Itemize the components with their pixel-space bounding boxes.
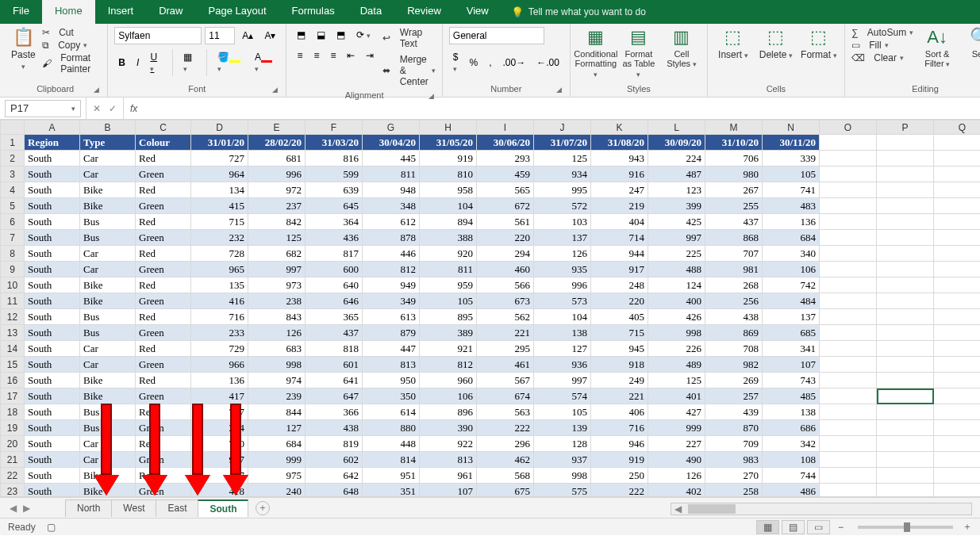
cell[interactable]	[877, 214, 934, 230]
cell[interactable]: 641	[306, 373, 363, 388]
cell[interactable]: 811	[420, 262, 477, 277]
increase-indent-button[interactable]: ⇥	[362, 48, 378, 63]
cell[interactable]: 107	[420, 484, 477, 498]
sheet-nav-next[interactable]: ▶	[20, 503, 33, 514]
cell[interactable]	[820, 277, 877, 293]
cell[interactable]	[820, 214, 877, 230]
accounting-format-button[interactable]: $	[449, 49, 463, 76]
col-header-M[interactable]: M	[705, 121, 763, 135]
cell[interactable]: 220	[591, 293, 648, 309]
cell[interactable]: 406	[591, 404, 648, 420]
cell[interactable]: 489	[648, 357, 705, 373]
cell[interactable]: 948	[363, 182, 420, 198]
cell[interactable]: South	[25, 198, 80, 214]
cell[interactable]: 614	[363, 404, 420, 420]
cell[interactable]: Bike	[80, 277, 136, 293]
cell[interactable]: 565	[477, 182, 534, 198]
cell[interactable]: 999	[648, 420, 705, 436]
col-header-O[interactable]: O	[820, 121, 877, 135]
cell[interactable]: Green	[136, 198, 191, 214]
cell[interactable]: Red	[136, 151, 191, 166]
cell[interactable]: 573	[534, 293, 591, 309]
cell[interactable]: 220	[477, 230, 534, 246]
sheet-tab-east[interactable]: East	[156, 499, 198, 517]
cell[interactable]	[934, 277, 981, 293]
cell[interactable]	[820, 246, 877, 262]
cell[interactable]: 974	[248, 373, 306, 388]
sort-filter-button[interactable]: A↓Sort & Filter	[918, 27, 956, 69]
macro-record-icon[interactable]: ▢	[47, 522, 56, 533]
cell[interactable]: 136	[191, 373, 248, 388]
cell[interactable]: 681	[248, 151, 306, 166]
cell[interactable]: 717	[191, 404, 248, 420]
align-right-button[interactable]: ≡	[326, 48, 340, 63]
cell[interactable]	[934, 388, 981, 404]
row-header-19[interactable]: 19	[1, 420, 25, 436]
cell[interactable]: 425	[648, 214, 705, 230]
header-cell[interactable]: Region	[25, 135, 80, 151]
paste-button[interactable]: 📋 Paste	[10, 27, 37, 71]
cell[interactable]: 973	[248, 277, 306, 293]
cell[interactable]: 567	[477, 373, 534, 388]
row-header-14[interactable]: 14	[1, 341, 25, 357]
cell[interactable]	[877, 436, 934, 452]
row-header-21[interactable]: 21	[1, 452, 25, 468]
fill-button[interactable]: ▭ Fill	[851, 40, 913, 51]
cell[interactable]: 964	[191, 166, 248, 182]
cell[interactable]: 485	[763, 388, 820, 404]
cell[interactable]: 484	[763, 293, 820, 309]
cell[interactable]: 813	[363, 357, 420, 373]
cell[interactable]	[934, 341, 981, 357]
cell[interactable]: 730	[191, 436, 248, 452]
cell[interactable]: 126	[534, 246, 591, 262]
cell[interactable]: 998	[648, 325, 705, 341]
cell[interactable]: 575	[534, 484, 591, 498]
cell[interactable]: Red	[136, 182, 191, 198]
cell[interactable]: 460	[477, 262, 534, 277]
cell[interactable]	[820, 373, 877, 388]
normal-view-button[interactable]: ▦	[756, 520, 779, 534]
col-header-F[interactable]: F	[306, 121, 363, 135]
autosum-button[interactable]: ∑ AutoSum	[851, 27, 913, 38]
cell[interactable]: 997	[248, 262, 306, 277]
cell[interactable]: 639	[306, 182, 363, 198]
cell[interactable]: 640	[306, 277, 363, 293]
cell[interactable]: 958	[420, 182, 477, 198]
cell[interactable]: Red	[136, 246, 191, 262]
cell[interactable]: 728	[191, 246, 248, 262]
cell[interactable]: 818	[306, 341, 363, 357]
cell[interactable]	[820, 484, 877, 498]
copy-button[interactable]: ⧉ Copy	[42, 40, 102, 51]
cell[interactable]: 138	[534, 325, 591, 341]
cell[interactable]	[877, 484, 934, 498]
header-cell[interactable]: Type	[80, 135, 136, 151]
cell[interactable]: 351	[363, 484, 420, 498]
cell[interactable]: 415	[191, 198, 248, 214]
cell[interactable]: Car	[80, 166, 136, 182]
cell[interactable]: 137	[763, 309, 820, 325]
cell[interactable]: 684	[248, 436, 306, 452]
horizontal-scrollbar[interactable]: ◀	[671, 503, 972, 515]
cell[interactable]: 819	[306, 436, 363, 452]
cell[interactable]: 294	[477, 246, 534, 262]
cell[interactable]: 936	[534, 357, 591, 373]
cell[interactable]: 103	[534, 214, 591, 230]
cell[interactable]: South	[25, 325, 80, 341]
row-header-16[interactable]: 16	[1, 373, 25, 388]
header-cell[interactable]: 31/05/20	[420, 135, 477, 151]
cell[interactable]: 221	[477, 325, 534, 341]
enter-formula-button[interactable]: ✓	[109, 103, 117, 114]
col-header-A[interactable]: A	[25, 121, 80, 135]
cell[interactable]: 237	[248, 198, 306, 214]
cell[interactable]: 934	[534, 166, 591, 182]
cell[interactable]: 405	[591, 309, 648, 325]
cell[interactable]: 438	[306, 420, 363, 436]
col-header-L[interactable]: L	[648, 121, 705, 135]
cell[interactable]: 997	[534, 373, 591, 388]
row-header-10[interactable]: 10	[1, 277, 25, 293]
cell[interactable]: 390	[420, 420, 477, 436]
cell[interactable]: South	[25, 293, 80, 309]
cell[interactable]: South	[25, 246, 80, 262]
cell[interactable]	[934, 246, 981, 262]
cell[interactable]	[877, 198, 934, 214]
